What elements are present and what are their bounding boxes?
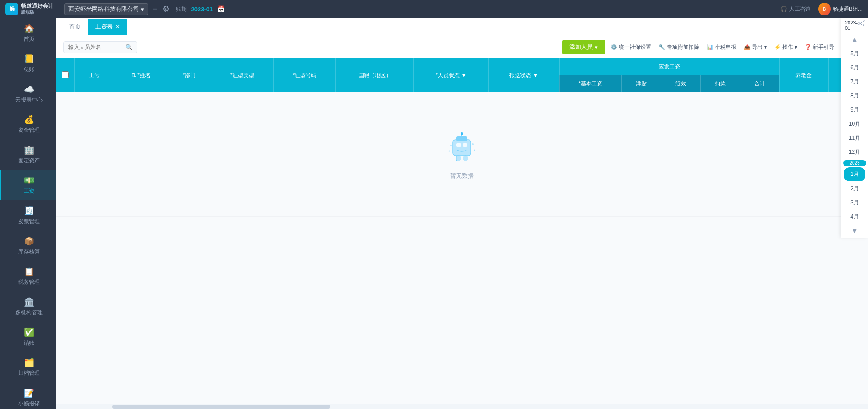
sidebar-label-settle: 结账 [24, 339, 34, 347]
human-service-btn[interactable]: 🎧 人工咨询 [781, 5, 811, 13]
th-nationality: 国籍（地区） [336, 58, 414, 92]
month-item-11[interactable]: 11月 [841, 131, 868, 145]
dropdown-icon: ▾ [141, 6, 144, 13]
header-add-btn[interactable]: + [153, 5, 158, 14]
header-right: 🎧 人工咨询 B 畅捷通B组... [781, 3, 863, 15]
tax-icon: 📋 [24, 267, 34, 277]
svg-rect-7 [464, 156, 467, 161]
sidebar-item-multi-org[interactable]: 🏛️ 多机构管理 [0, 292, 56, 322]
scroll-thumb[interactable] [112, 405, 330, 409]
month-item-12[interactable]: 12月 [841, 145, 868, 159]
th-report-status: 报送状态 ▼ [489, 58, 559, 92]
dropdown-chevron-icon: ▾ [595, 44, 598, 51]
sidebar-label-home: 首页 [24, 35, 34, 43]
panel-close-btn[interactable]: ✕ [858, 20, 863, 31]
sidebar-item-cloud-report[interactable]: ☁️ 云报表中心 [0, 79, 56, 109]
svg-point-11 [474, 150, 475, 151]
sidebar-label-org: 多机构管理 [15, 309, 43, 316]
deduction-btn[interactable]: 🔧 专项附加扣除 [659, 44, 699, 51]
svg-rect-0 [453, 140, 471, 156]
sidebar-item-settle[interactable]: ✅ 结账 [0, 322, 56, 352]
user-profile[interactable]: B 畅捷通B组... [818, 3, 863, 15]
month-nav-down[interactable]: ▼ [841, 224, 868, 238]
panel-expand-btn[interactable]: ⛶ [863, 20, 868, 31]
operations-dropdown-icon: ▾ [795, 44, 797, 50]
deduction-icon: 🔧 [659, 44, 665, 50]
sidebar-label-cloud: 云报表中心 [15, 96, 43, 104]
svg-point-3 [461, 132, 463, 135]
sidebar: 🏠 首页 📒 总账 ☁️ 云报表中心 💰 资金管理 🏢 固定资产 💵 工资 🧾 … [0, 18, 56, 409]
month-item-2[interactable]: 2月 [841, 182, 868, 196]
top-header: 畅 畅道通好会计 旗舰版 西安虾米网络科技有限公司 ▾ + ⚙ 账期 2023-… [0, 0, 868, 18]
table-container: 工号 ⇅ *姓名 *部门 *证型类型 *证型号码 国籍（地区） *人员状态 ▼ … [56, 58, 868, 404]
svg-rect-6 [456, 156, 460, 161]
tab-home[interactable]: 首页 [62, 19, 88, 35]
empty-state: 暂无数据 [56, 92, 868, 216]
calendar-icon[interactable]: 📅 [217, 5, 225, 13]
th-id-number: *证型号码 [273, 58, 336, 92]
search-input[interactable] [68, 44, 123, 50]
th-status: *人员状态 ▼ [414, 58, 489, 92]
header-settings-btn[interactable]: ⚙ [162, 4, 170, 14]
month-panel-title: 2023-01 [845, 20, 858, 31]
headset-icon: 🎧 [781, 6, 787, 12]
toolbar: 🔍 添加人员 ▾ ⚙️ 统一社保设置 🔧 专项附加扣除 📊 个税申报 [56, 36, 868, 58]
social-security-btn[interactable]: ⚙️ 统一社保设置 [611, 44, 651, 51]
salary-table: 工号 ⇅ *姓名 *部门 *证型类型 *证型号码 国籍（地区） *人员状态 ▼ … [56, 58, 868, 217]
month-item-1[interactable]: 1月 [844, 167, 865, 181]
operations-btn[interactable]: ⚡ 操作 ▾ [774, 44, 797, 51]
report-filter-icon[interactable]: ▼ [533, 72, 538, 78]
horizontal-scrollbar[interactable] [56, 404, 868, 409]
new-guide-btn[interactable]: ❓ 新手引导 [805, 44, 834, 51]
month-item-7[interactable]: 7月 [841, 75, 868, 89]
tab-bar: 首页 工资表 ✕ [56, 18, 868, 36]
month-item-4[interactable]: 4月 [841, 210, 868, 224]
expense-icon: 📝 [24, 388, 34, 398]
month-item-3[interactable]: 3月 [841, 196, 868, 210]
add-btn-label: 添加人员 [569, 43, 593, 51]
sidebar-item-invoice[interactable]: 🧾 发票管理 [0, 200, 56, 231]
sidebar-item-inventory[interactable]: 📦 库存核算 [0, 231, 56, 261]
sidebar-label-salary: 工资 [24, 187, 34, 195]
sidebar-item-home[interactable]: 🏠 首页 [0, 18, 56, 49]
month-item-9[interactable]: 9月 [841, 103, 868, 117]
export-icon: 📤 [744, 44, 751, 50]
sidebar-item-salary[interactable]: 💵 工资 [0, 170, 56, 200]
inventory-icon: 📦 [24, 236, 34, 246]
main-layout: 🏠 首页 📒 总账 ☁️ 云报表中心 💰 资金管理 🏢 固定资产 💵 工资 🧾 … [0, 18, 868, 409]
month-item-8[interactable]: 8月 [841, 89, 868, 103]
month-item-6[interactable]: 6月 [841, 61, 868, 75]
asset-icon: 🏢 [24, 145, 34, 155]
tab-salary[interactable]: 工资表 ✕ [88, 19, 127, 35]
sidebar-item-expense[interactable]: 📝 小畅报销 [0, 383, 56, 409]
svg-rect-1 [456, 136, 467, 141]
th-checkbox[interactable] [56, 58, 75, 92]
svg-point-10 [449, 151, 450, 152]
user-avatar: B [818, 3, 831, 15]
sidebar-item-fixed-asset[interactable]: 🏢 固定资产 [0, 140, 56, 170]
month-item-5[interactable]: 5月 [841, 47, 868, 61]
sidebar-item-fund[interactable]: 💰 资金管理 [0, 109, 56, 140]
operations-icon: ⚡ [774, 44, 781, 50]
logo-area: 畅 畅道通好会计 旗舰版 [5, 3, 60, 15]
status-filter-icon[interactable]: ▼ [461, 72, 466, 78]
svg-rect-5 [463, 143, 467, 147]
sidebar-item-ledger[interactable]: 📒 总账 [0, 49, 56, 79]
sidebar-item-archive[interactable]: 🗂️ 归档管理 [0, 352, 56, 383]
plus-icon: + [153, 5, 158, 14]
search-box[interactable]: 🔍 [63, 41, 137, 53]
panel-header-row: 2023-01 ✕ ⛶ [841, 18, 868, 33]
export-btn[interactable]: 📤 导出 ▾ [744, 44, 767, 51]
tax-report-btn[interactable]: 📊 个税申报 [707, 44, 737, 51]
add-person-button[interactable]: 添加人员 ▾ [562, 40, 605, 54]
tab-close-icon[interactable]: ✕ [116, 24, 120, 30]
sidebar-item-tax[interactable]: 📋 税务管理 [0, 261, 56, 292]
th-deduct: 扣款 [701, 75, 740, 92]
month-item-10[interactable]: 10月 [841, 117, 868, 131]
search-icon: 🔍 [126, 44, 132, 50]
th-performance: 绩效 [661, 75, 701, 92]
month-nav-up[interactable]: ▲ [841, 33, 868, 47]
th-total: 合计 [740, 75, 779, 92]
company-selector[interactable]: 西安虾米网络科技有限公司 ▾ [64, 3, 148, 15]
select-all-checkbox[interactable] [62, 71, 69, 78]
